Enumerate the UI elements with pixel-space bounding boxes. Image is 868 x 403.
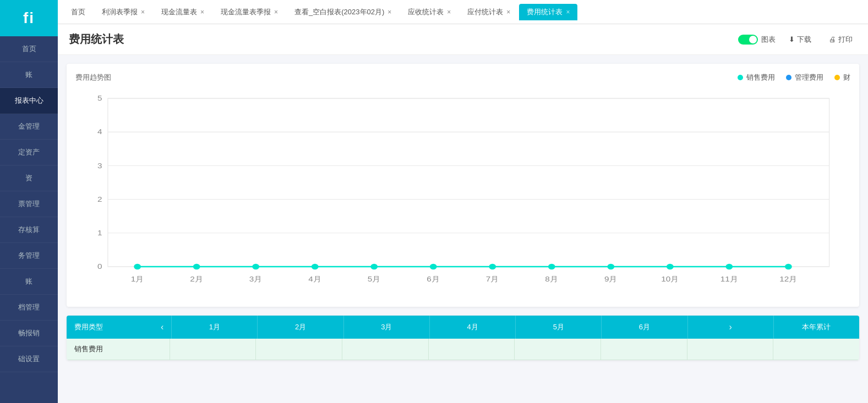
data-arrow-spacer <box>687 339 774 360</box>
svg-point-30 <box>430 264 437 270</box>
svg-text:12月: 12月 <box>779 275 797 283</box>
svg-text:2月: 2月 <box>190 275 203 283</box>
sidebar-item-fixed-assets[interactable]: 定资产 <box>0 140 58 165</box>
sidebar-item-home[interactable]: 首页 <box>0 36 58 62</box>
legend-label-mgmt: 管理费用 <box>795 73 823 82</box>
svg-point-27 <box>252 264 259 270</box>
svg-text:6月: 6月 <box>427 275 440 283</box>
download-button[interactable]: ⬇ 下载 <box>784 32 816 47</box>
tab-payable-stat[interactable]: 应付统计表 × <box>460 4 518 20</box>
chart-toggle[interactable] <box>738 35 758 45</box>
header-month-5: 5月 <box>516 316 602 339</box>
close-expense-stat-tab[interactable]: × <box>566 8 570 16</box>
tab-bar: 首页 利润表季报 × 现金流量表 × 现金流量表季报 × 查看_空白报表(202… <box>58 0 868 24</box>
svg-rect-12 <box>108 98 829 267</box>
expense-table: 费用类型 ‹ 1月 2月 3月 4月 5月 6月 › 本年累计 销售费用 <box>67 316 859 360</box>
chart-container: 费用趋势图 销售费用 管理费用 财 <box>67 64 859 307</box>
svg-text:5月: 5月 <box>368 275 381 283</box>
data-month-4 <box>429 339 515 360</box>
data-month-1 <box>170 339 256 360</box>
next-arrow-cell: › <box>688 316 774 339</box>
table-row: 销售费用 <box>67 339 859 360</box>
svg-text:2: 2 <box>97 195 102 203</box>
header-month-1: 1月 <box>172 316 258 339</box>
sidebar-item-report-center[interactable]: 报表中心 <box>0 88 58 114</box>
sidebar-item-stock-calc[interactable]: 存核算 <box>0 217 58 243</box>
sidebar-item-receivable[interactable]: 账 <box>0 269 58 295</box>
close-cashflow-q-tab[interactable]: × <box>274 8 278 16</box>
sidebar: fi 首页 账 报表中心 金管理 定资产 资 票管理 存核算 务管理 账 档管理… <box>0 0 58 403</box>
chart-title: 费用趋势图 <box>75 73 111 82</box>
chart-header: 费用趋势图 销售费用 管理费用 财 <box>75 73 850 82</box>
sidebar-item-fund-mgmt[interactable]: 金管理 <box>0 114 58 140</box>
tab-cashflow-q[interactable]: 现金流量表季报 × <box>213 4 286 20</box>
legend-label-sales: 销售费用 <box>746 73 775 82</box>
header-actions: 图表 ⬇ 下载 🖨 打印 <box>738 32 857 47</box>
print-icon: 🖨 <box>829 35 836 43</box>
svg-point-25 <box>134 264 141 270</box>
print-button[interactable]: 🖨 打印 <box>825 32 857 47</box>
svg-point-32 <box>548 264 555 270</box>
tab-profit[interactable]: 利润表季报 × <box>94 4 152 20</box>
close-blank-report-tab[interactable]: × <box>387 8 391 16</box>
sidebar-item-archive-mgmt[interactable]: 档管理 <box>0 295 58 321</box>
svg-text:7月: 7月 <box>486 275 499 283</box>
svg-text:1: 1 <box>97 229 102 236</box>
chart-legend: 销售费用 管理费用 财 <box>738 73 850 82</box>
chart-toggle-label: 图表 <box>738 35 776 45</box>
data-type-col: 销售费用 <box>67 339 170 360</box>
svg-text:9月: 9月 <box>604 275 618 283</box>
table-header-row: 费用类型 ‹ 1月 2月 3月 4月 5月 6月 › 本年累计 <box>67 316 859 339</box>
svg-text:3: 3 <box>97 162 102 169</box>
svg-point-35 <box>725 264 733 270</box>
chart-svg-wrapper: 5 4 3 2 1 0 1月 2月 <box>75 89 850 298</box>
tab-blank-report[interactable]: 查看_空白报表(2023年02月) × <box>287 4 399 20</box>
sidebar-item-sales-return[interactable]: 畅报销 <box>0 321 58 346</box>
chart-toggle-text: 图表 <box>761 35 776 45</box>
data-month-5 <box>515 339 601 360</box>
download-icon: ⬇ <box>789 35 795 43</box>
header-month-2: 2月 <box>258 316 343 339</box>
legend-mgmt-expense: 管理费用 <box>786 73 823 82</box>
sidebar-logo: fi <box>0 0 58 36</box>
header-type-col: 费用类型 ‹ <box>67 316 172 339</box>
close-profit-tab[interactable]: × <box>141 8 145 16</box>
prev-arrow[interactable]: ‹ <box>161 322 163 332</box>
legend-dot-finance <box>834 75 840 80</box>
svg-point-31 <box>489 264 496 270</box>
close-payable-stat-tab[interactable]: × <box>506 8 510 16</box>
sidebar-item-investment[interactable]: 资 <box>0 165 58 191</box>
header-month-6: 6月 <box>602 316 687 339</box>
sidebar-item-account[interactable]: 账 <box>0 62 58 88</box>
type-col-label: 费用类型 <box>74 322 103 332</box>
svg-text:0: 0 <box>97 263 102 270</box>
legend-label-finance: 财 <box>843 73 850 82</box>
tab-home[interactable]: 首页 <box>63 4 93 20</box>
line-chart-svg: 5 4 3 2 1 0 1月 2月 <box>75 89 850 298</box>
svg-text:11月: 11月 <box>720 275 738 283</box>
page-body: 费用统计表 图表 ⬇ 下载 🖨 打印 费用趋势图 <box>58 24 868 403</box>
svg-point-36 <box>785 264 792 270</box>
tab-expense-stat[interactable]: 费用统计表 × <box>519 4 577 20</box>
close-receivable-stat-tab[interactable]: × <box>447 8 451 16</box>
next-arrow[interactable]: › <box>729 322 732 332</box>
sidebar-item-service-mgmt[interactable]: 务管理 <box>0 243 58 269</box>
legend-finance-expense: 财 <box>834 73 850 82</box>
legend-dot-mgmt <box>786 75 791 80</box>
sidebar-item-base-settings[interactable]: 础设置 <box>0 346 58 372</box>
data-summary-col <box>773 339 859 360</box>
data-month-2 <box>256 339 342 360</box>
legend-sales-expense: 销售费用 <box>738 73 775 82</box>
svg-text:1月: 1月 <box>131 275 144 283</box>
svg-text:5: 5 <box>97 94 102 102</box>
tab-receivable-stat[interactable]: 应收统计表 × <box>400 4 458 20</box>
svg-text:10月: 10月 <box>661 275 679 283</box>
page-title: 费用统计表 <box>69 32 124 47</box>
header-month-3: 3月 <box>344 316 430 339</box>
tab-cashflow[interactable]: 现金流量表 × <box>154 4 212 20</box>
close-cashflow-tab[interactable]: × <box>200 8 204 16</box>
svg-text:4月: 4月 <box>308 275 321 283</box>
main-content: 首页 利润表季报 × 现金流量表 × 现金流量表季报 × 查看_空白报表(202… <box>58 0 868 403</box>
sidebar-item-invoice-mgmt[interactable]: 票管理 <box>0 191 58 217</box>
legend-dot-sales <box>738 75 743 80</box>
